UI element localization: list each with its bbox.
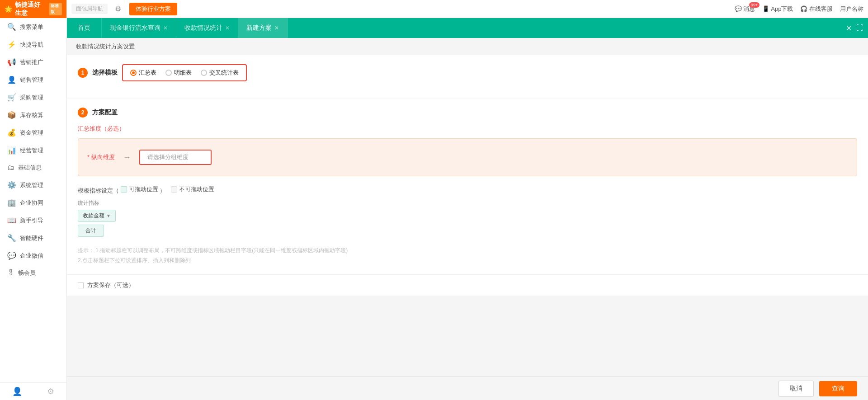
user-name: 用户名称	[840, 5, 863, 13]
tab-home[interactable]: 首页	[67, 18, 102, 38]
tips-item-2: 2.点击标题栏下拉可设置排序、插入列和删除列	[78, 256, 857, 266]
sidebar-item-12[interactable]: 🔧智能硬件	[0, 229, 66, 247]
sidebar-item-5[interactable]: 📦库存核算	[0, 106, 66, 124]
step2-number: 2	[78, 108, 88, 118]
maximize-window-icon[interactable]: ⛶	[856, 24, 863, 32]
sidebar-icon-9: ⚙️	[7, 181, 16, 189]
sidebar-label-11: 新手引导	[20, 216, 43, 225]
sidebar-label-1: 快捷导航	[20, 41, 43, 49]
message-button[interactable]: 💬 消息 99+	[735, 5, 755, 13]
sidebar-item-9[interactable]: ⚙️系统管理	[0, 176, 66, 194]
radio-detail[interactable]: 明细表	[165, 69, 192, 77]
sidebar-label-5: 库存核算	[20, 111, 43, 119]
sidebar-label-2: 营销推广	[20, 58, 43, 66]
cancel-button[interactable]: 取消	[778, 381, 814, 397]
sidebar-item-1[interactable]: ⚡快捷导航	[0, 36, 66, 53]
tab-new-plan-close[interactable]: ✕	[274, 25, 279, 31]
gear-icon[interactable]: ⚙	[115, 5, 121, 13]
sidebar-item-11[interactable]: 📖新手引导	[0, 212, 66, 229]
sidebar-item-7[interactable]: 📊经营管理	[0, 141, 66, 159]
sidebar-avatar-icon[interactable]: 👤	[12, 386, 22, 396]
footer-bar: 取消 查询	[67, 376, 868, 400]
sidebar: 🌟 畅捷通好生意 标准版 🔍搜索菜单⚡快捷导航📢营销推广👤销售管理🛒采购管理📦库…	[0, 0, 67, 400]
app-download-link[interactable]: 📱 App下载	[762, 5, 793, 13]
sidebar-item-14[interactable]: 🎖畅会员	[0, 264, 66, 282]
save-checkbox[interactable]	[78, 282, 84, 288]
tab-cash-flow-close[interactable]: ✕	[163, 25, 168, 31]
save-section: 方案保存（可选）	[67, 274, 868, 296]
sidebar-bottom: 👤 ⚙	[0, 382, 66, 400]
online-service-link[interactable]: 🎧 在线客服	[800, 5, 833, 13]
sidebar-item-3[interactable]: 👤销售管理	[0, 71, 66, 89]
tab-collection-stats-label: 收款情况统计	[184, 24, 222, 32]
tab-new-plan[interactable]: 新建方案 ✕	[238, 18, 288, 38]
sidebar-item-4[interactable]: 🛒采购管理	[0, 89, 66, 106]
tab-collection-stats-close[interactable]: ✕	[225, 25, 230, 31]
radio-cross[interactable]: 交叉统计表	[201, 69, 239, 77]
fixed-legend-label: 不可拖动位置	[179, 185, 214, 193]
tab-cash-flow[interactable]: 现金银行流水查询 ✕	[102, 18, 176, 38]
page-title: 收款情况统计方案设置	[67, 38, 868, 55]
movable-legend-label: 可拖动位置	[129, 185, 158, 193]
step1-header: 1 选择模板 汇总表 明细表 交叉统计表	[78, 64, 857, 81]
main-area: 面包屑导航 ⚙ 体验行业方案 💬 消息 99+ 📱 App下载 🎧 在线客服 用…	[67, 0, 868, 400]
indicator-section-label: 统计指标	[78, 199, 857, 207]
sidebar-icon-2: 📢	[7, 58, 16, 66]
arrow-icon: →	[123, 153, 131, 162]
template-radio-group: 汇总表 明细表 交叉统计表	[122, 64, 247, 81]
sidebar-item-2[interactable]: 📢营销推广	[0, 53, 66, 71]
sidebar-icon-5: 📦	[7, 111, 16, 119]
sidebar-icon-14: 🎖	[7, 269, 14, 277]
indicator-tag-arrow: ▼	[106, 213, 111, 218]
radio-summary-label: 汇总表	[139, 69, 156, 77]
sidebar-label-12: 智能硬件	[20, 234, 43, 242]
sidebar-icon-12: 🔧	[7, 234, 16, 242]
group-dimension-select[interactable]: 请选择分组维度	[139, 150, 212, 165]
sidebar-icon-7: 📊	[7, 146, 16, 155]
sidebar-label-6: 资金管理	[20, 129, 43, 137]
sidebar-icon-4: 🛒	[7, 93, 16, 102]
indicator-tag-collection[interactable]: 收款金额 ▼	[78, 210, 116, 222]
sidebar-label-10: 企业协同	[20, 199, 43, 207]
tab-new-plan-label: 新建方案	[246, 24, 272, 32]
sidebar-icon-10: 🏢	[7, 198, 16, 207]
indicator-settings-label: 模板指标设定（ 可拖动位置 ） 不可拖动位置	[78, 185, 214, 195]
movable-legend-box	[121, 186, 127, 193]
sidebar-icon-6: 💰	[7, 128, 16, 137]
breadcrumb: 面包屑导航	[71, 4, 108, 14]
radio-summary[interactable]: 汇总表	[130, 69, 156, 77]
tab-collection-stats[interactable]: 收款情况统计 ✕	[176, 18, 238, 38]
sidebar-label-4: 采购管理	[20, 94, 43, 102]
plan-config-section: 2 方案配置 汇总维度（必选） * 纵向维度 → 请选择分组维度 模板指标设定（	[67, 99, 868, 274]
step1-number: 1	[78, 68, 88, 78]
sidebar-item-10[interactable]: 🏢企业协同	[0, 194, 66, 212]
logo-sub: 标准版	[49, 3, 62, 15]
sidebar-item-6[interactable]: 💰资金管理	[0, 124, 66, 141]
radio-detail-label: 明细表	[174, 69, 192, 77]
sidebar-icon-11: 📖	[7, 216, 16, 225]
indicator-settings: 模板指标设定（ 可拖动位置 ） 不可拖动位置 统计指标	[78, 185, 857, 237]
logo-icon: 🌟	[5, 5, 12, 13]
save-label: 方案保存（可选）	[87, 281, 134, 289]
sidebar-icon-8: 🗂	[7, 164, 14, 172]
tab-cash-flow-label: 现金银行流水查询	[110, 24, 160, 32]
sidebar-item-0[interactable]: 🔍搜索菜单	[0, 18, 66, 36]
sidebar-item-13[interactable]: 💬企业微信	[0, 247, 66, 264]
indicator-table: 统计指标 收款金额 ▼ 合计	[78, 199, 857, 237]
close-window-icon[interactable]: ✕	[846, 24, 852, 33]
trial-button[interactable]: 体验行业方案	[129, 3, 177, 15]
tips-section: 提示： 1.拖动标题栏可以调整布局，不可跨维度或指标区域拖动栏目字段(只能在同一…	[78, 246, 857, 265]
logo-text: 畅捷通好生意	[15, 1, 47, 17]
tabbar: 首页 现金银行流水查询 ✕ 收款情况统计 ✕ 新建方案 ✕ ✕ ⛶	[67, 18, 868, 38]
sidebar-item-8[interactable]: 🗂基础信息	[0, 159, 66, 176]
tips-title: 提示： 1.拖动标题栏可以调整布局，不可跨维度或指标区域拖动栏目字段(只能在同一…	[78, 246, 857, 256]
query-button[interactable]: 查询	[819, 381, 857, 396]
topbar-right: 💬 消息 99+ 📱 App下载 🎧 在线客服 用户名称	[735, 5, 863, 13]
sidebar-label-13: 企业微信	[20, 252, 43, 260]
sidebar-settings-icon[interactable]: ⚙	[47, 386, 54, 396]
sidebar-label-0: 搜索菜单	[20, 23, 43, 31]
sidebar-label-9: 系统管理	[20, 181, 43, 189]
radio-summary-dot	[130, 70, 137, 76]
tips-item-1: 1.拖动标题栏可以调整布局，不可跨维度或指标区域拖动栏目字段(只能在同一维度或指…	[95, 247, 348, 254]
indicator-subtag-total[interactable]: 合计	[78, 225, 104, 237]
